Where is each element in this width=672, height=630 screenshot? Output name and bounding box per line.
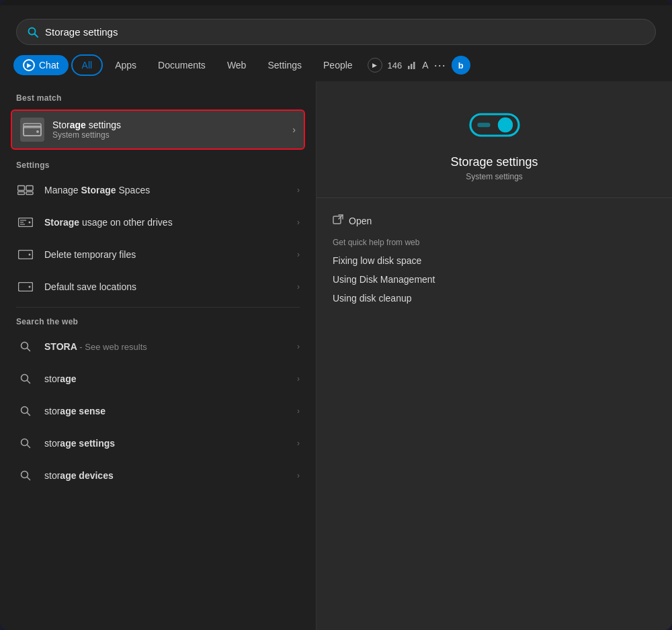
- title-bar: [0, 0, 672, 5]
- best-match-text: Storage settings System settings: [52, 120, 292, 140]
- best-match-icon: [20, 118, 44, 142]
- right-panel-header: Storage settings System settings: [317, 81, 672, 198]
- web-search-icon-stora: [16, 337, 35, 356]
- settings-item-manage-storage-spaces[interactable]: Manage Storage Spaces ›: [0, 174, 316, 206]
- svg-rect-2: [408, 66, 410, 69]
- tab-people[interactable]: People: [314, 56, 362, 75]
- svg-rect-11: [26, 192, 33, 195]
- svg-line-1: [35, 34, 38, 37]
- tab-settings[interactable]: Settings: [258, 56, 311, 75]
- play-button[interactable]: ▶: [368, 58, 382, 73]
- search-icon: [28, 27, 38, 38]
- quick-help-label: Get quick help from web: [333, 232, 656, 251]
- settings-item-arrow: ›: [297, 185, 300, 195]
- web-search-arrow-2: ›: [297, 374, 300, 384]
- divider-1: [16, 307, 300, 308]
- search-web-label: Search the web: [0, 312, 316, 330]
- storage-settings-icon: [468, 108, 521, 144]
- search-window: Storage settings ▶ Chat All Apps Documen…: [0, 0, 672, 630]
- open-button[interactable]: Open: [333, 209, 656, 232]
- settings-item-storage-usage-text: Storage usage on other drives: [44, 217, 297, 228]
- svg-point-13: [29, 222, 31, 224]
- chat-icon: ▶: [23, 59, 35, 71]
- svg-line-24: [28, 381, 30, 384]
- best-match-title: Storage settings: [52, 120, 292, 130]
- svg-rect-10: [26, 186, 33, 191]
- right-panel: Storage settings System settings Open Ge…: [316, 81, 672, 630]
- tab-chat[interactable]: ▶ Chat: [13, 55, 69, 75]
- svg-line-22: [28, 349, 30, 351]
- font-size-button[interactable]: A: [422, 60, 428, 71]
- svg-rect-8: [18, 186, 25, 191]
- web-search-item-storage-settings[interactable]: storage settings ›: [0, 427, 316, 459]
- tabs-row: ▶ Chat All Apps Documents Web Settings P…: [0, 52, 672, 81]
- best-match-arrow: ›: [292, 124, 296, 135]
- open-icon: [333, 214, 343, 227]
- search-container: Storage settings: [0, 5, 672, 52]
- tab-apps[interactable]: Apps: [106, 56, 146, 75]
- best-match-subtitle: System settings: [52, 130, 292, 140]
- web-search-icon-storage-sense: [16, 402, 35, 420]
- web-search-icon-storage: [16, 369, 35, 388]
- svg-line-28: [28, 445, 30, 448]
- web-search-icon-storage-devices: [16, 466, 35, 485]
- left-panel: Best match Storage settings System setti…: [0, 81, 316, 630]
- more-options-button[interactable]: ···: [434, 58, 446, 73]
- settings-item-delete-temp-files[interactable]: Delete temporary files ›: [0, 238, 316, 271]
- svg-line-26: [28, 413, 30, 416]
- settings-item-arrow-2: ›: [297, 218, 300, 227]
- svg-rect-33: [477, 123, 490, 127]
- open-label: Open: [349, 216, 372, 226]
- web-search-storage-settings-text: storage settings: [44, 438, 297, 449]
- web-search-item-storage-sense[interactable]: storage sense ›: [0, 395, 316, 427]
- svg-line-30: [28, 478, 30, 480]
- signal-icon: [407, 60, 417, 70]
- svg-rect-9: [18, 192, 25, 195]
- settings-section-label: Settings: [0, 155, 316, 174]
- svg-point-18: [29, 254, 31, 256]
- storage-usage-icon: [16, 213, 35, 232]
- settings-item-arrow-4: ›: [297, 282, 300, 291]
- badge-count: 146: [388, 60, 403, 71]
- right-panel-actions: Open Get quick help from web Fixing low …: [317, 198, 672, 318]
- settings-item-storage-usage-other-drives[interactable]: Storage usage on other drives ›: [0, 206, 316, 238]
- tab-all[interactable]: All: [71, 54, 103, 76]
- settings-item-delete-temp-text: Delete temporary files: [44, 249, 297, 260]
- tabs-extra: ▶ 146 A ··· b: [368, 56, 470, 75]
- best-match-item[interactable]: Storage settings System settings ›: [11, 109, 305, 150]
- default-save-icon: [16, 277, 35, 296]
- settings-item-arrow-3: ›: [297, 250, 300, 259]
- search-box[interactable]: Storage settings: [16, 19, 656, 45]
- web-search-storage-devices-text: storage devices: [44, 470, 297, 481]
- web-search-arrow-5: ›: [297, 471, 300, 480]
- web-search-stora-text: STORA - See web results: [44, 341, 297, 352]
- manage-storage-spaces-icon: [16, 181, 35, 199]
- tab-documents[interactable]: Documents: [149, 56, 215, 75]
- svg-point-20: [29, 286, 31, 288]
- best-match-label: Best match: [0, 88, 316, 107]
- help-link-using-disk-mgmt[interactable]: Using Disk Management: [333, 270, 656, 289]
- delete-temp-icon: [16, 245, 35, 264]
- bing-button[interactable]: b: [452, 56, 470, 75]
- web-search-storage-text: storage: [44, 373, 297, 384]
- web-search-arrow-1: ›: [297, 342, 300, 351]
- right-panel-title: Storage settings: [450, 155, 538, 169]
- tab-web[interactable]: Web: [218, 56, 256, 75]
- search-input[interactable]: Storage settings: [45, 26, 644, 38]
- web-search-item-stora[interactable]: STORA - See web results ›: [0, 330, 316, 363]
- svg-point-32: [497, 118, 512, 132]
- web-search-item-storage[interactable]: storage ›: [0, 363, 316, 395]
- settings-item-default-save-locations[interactable]: Default save locations ›: [0, 271, 316, 303]
- settings-item-default-save-text: Default save locations: [44, 281, 297, 292]
- svg-rect-4: [413, 62, 415, 69]
- settings-section: Settings Manage Storage Spaces ›: [0, 155, 316, 303]
- web-search-arrow-3: ›: [297, 406, 300, 416]
- svg-point-7: [36, 130, 39, 133]
- svg-rect-3: [411, 64, 413, 69]
- settings-item-manage-storage-spaces-text: Manage Storage Spaces: [44, 185, 297, 195]
- web-search-item-storage-devices[interactable]: storage devices ›: [0, 459, 316, 492]
- help-link-using-disk-cleanup[interactable]: Using disk cleanup: [333, 289, 656, 308]
- main-content: Best match Storage settings System setti…: [0, 81, 672, 630]
- help-link-fixing-low-disk[interactable]: Fixing low disk space: [333, 251, 656, 270]
- web-search-storage-sense-text: storage sense: [44, 406, 297, 416]
